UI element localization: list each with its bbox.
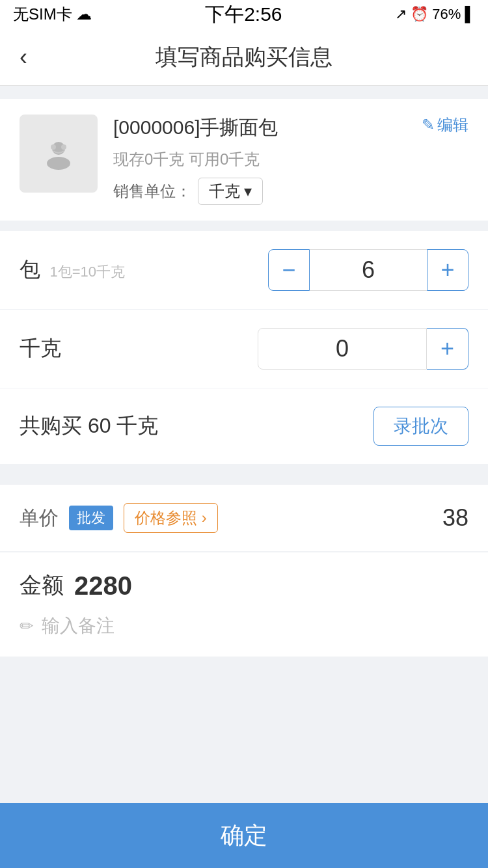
unit-prefix: 销售单位： bbox=[113, 181, 191, 202]
quantity-row-kg: 千克 + bbox=[0, 310, 488, 388]
spacer bbox=[0, 657, 488, 803]
edit-button[interactable]: ✎ 编辑 bbox=[422, 115, 468, 135]
battery-icon: ▌ bbox=[465, 6, 475, 23]
total-row: 共购买 60 千克 录批次 bbox=[0, 388, 488, 464]
status-right: ↗ ⏰ 76% ▌ bbox=[395, 6, 475, 23]
page-title: 填写商品购买信息 bbox=[156, 42, 332, 72]
dropdown-icon: ▾ bbox=[244, 182, 252, 200]
edit-label: 编辑 bbox=[437, 115, 468, 135]
status-bar: 无SIM卡 ☁ 下午2:56 ↗ ⏰ 76% ▌ bbox=[0, 0, 488, 29]
svg-point-1 bbox=[47, 157, 70, 170]
amount-value: 2280 bbox=[74, 571, 132, 601]
divider-2 bbox=[0, 464, 488, 474]
divider-1 bbox=[0, 221, 488, 231]
sim-label: 无SIM卡 ☁ bbox=[13, 4, 92, 25]
price-row: 单价 批发 价格参照 › 38 bbox=[20, 503, 468, 533]
edit-icon: ✎ bbox=[422, 116, 435, 134]
location-icon: ↗ bbox=[395, 6, 407, 23]
amount-section: 金额 2280 ✏ 输入备注 bbox=[0, 552, 488, 657]
battery-label: 76% bbox=[432, 6, 461, 23]
bao-hint: 1包=10千克 bbox=[49, 264, 125, 280]
total-label: 共购买 60 千克 bbox=[20, 412, 158, 441]
unit-selector[interactable]: 千克 ▾ bbox=[198, 178, 263, 205]
kg-input[interactable] bbox=[258, 328, 427, 370]
increment-bao-button[interactable]: + bbox=[427, 249, 468, 291]
product-unit-row: 销售单位： 千克 ▾ bbox=[113, 178, 468, 205]
amount-label: 金额 bbox=[20, 571, 64, 601]
svg-point-3 bbox=[61, 144, 66, 150]
nav-bar: ‹ 填写商品购买信息 bbox=[0, 29, 488, 86]
price-value: 38 bbox=[442, 504, 468, 532]
kg-controls: + bbox=[258, 328, 468, 370]
pencil-icon: ✏ bbox=[20, 616, 34, 636]
bao-controls: − + bbox=[268, 249, 468, 291]
product-info: [0000006]手撕面包 ✎ 编辑 现存0千克 可用0千克 销售单位： 千克 … bbox=[113, 115, 468, 205]
confirm-button[interactable]: 确定 bbox=[0, 803, 488, 868]
back-button[interactable]: ‹ bbox=[20, 44, 27, 71]
svg-point-2 bbox=[51, 144, 56, 150]
record-batch-button[interactable]: 录批次 bbox=[373, 407, 468, 446]
unit-bao: 包 bbox=[20, 258, 40, 281]
product-stock: 现存0千克 可用0千克 bbox=[113, 149, 468, 170]
status-time: 下午2:56 bbox=[205, 1, 282, 28]
increment-kg-button[interactable]: + bbox=[427, 328, 468, 370]
amount-row: 金额 2280 bbox=[20, 571, 468, 601]
status-left: 无SIM卡 ☁ bbox=[13, 4, 92, 25]
remark-row[interactable]: ✏ 输入备注 bbox=[20, 614, 468, 638]
quantity-section: 包 1包=10千克 − + 千克 + bbox=[0, 231, 488, 388]
product-image-icon bbox=[39, 134, 78, 173]
quantity-label-bao: 包 1包=10千克 bbox=[20, 256, 125, 284]
unit-kg: 千克 bbox=[20, 336, 61, 360]
product-name: [0000006]手撕面包 bbox=[113, 115, 278, 141]
product-thumbnail bbox=[20, 115, 98, 193]
price-section: 单价 批发 价格参照 › 38 bbox=[0, 485, 488, 551]
price-label: 单价 bbox=[20, 505, 59, 532]
price-badge: 批发 bbox=[69, 506, 113, 530]
quantity-label-kg: 千克 bbox=[20, 334, 61, 363]
quantity-row-bao: 包 1包=10千克 − + bbox=[0, 231, 488, 310]
decrement-bao-button[interactable]: − bbox=[268, 249, 310, 291]
alarm-icon: ⏰ bbox=[411, 6, 428, 23]
bao-input[interactable] bbox=[310, 249, 427, 291]
price-ref-button[interactable]: 价格参照 › bbox=[124, 503, 218, 533]
unit-value: 千克 bbox=[209, 181, 240, 202]
remark-placeholder: 输入备注 bbox=[42, 614, 115, 638]
product-card: [0000006]手撕面包 ✎ 编辑 现存0千克 可用0千克 销售单位： 千克 … bbox=[0, 99, 488, 221]
